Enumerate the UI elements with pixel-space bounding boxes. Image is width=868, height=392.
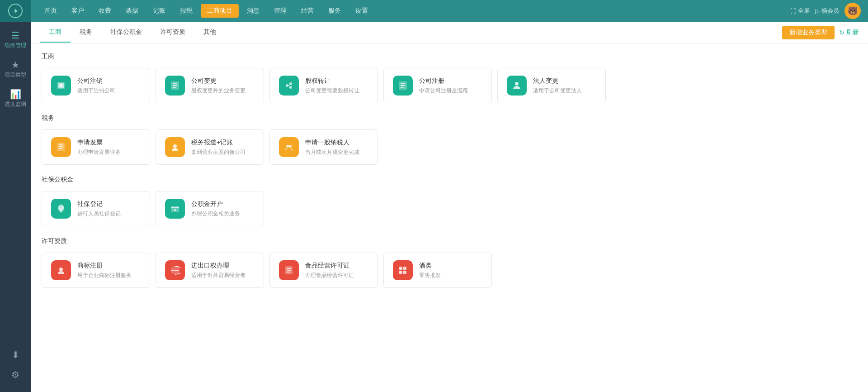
card-icon-import-export (165, 260, 185, 280)
card-desc-apply-general-taxpayer: 当月或次月成变更完成 (305, 148, 359, 156)
tab-gongshang[interactable]: 工商 (40, 23, 71, 43)
nav-item-经营[interactable]: 经营 (295, 4, 320, 18)
card-company-change[interactable]: 公司变更 股权变更外的业务变更 (156, 68, 264, 103)
card-desc-food-license: 办理食品经营许可证 (305, 272, 354, 279)
mascot-avatar: 🐻 (844, 3, 861, 19)
sidebar-item-progress-monitor[interactable]: 📊 进度监测 (0, 84, 31, 114)
card-icon-alcohol (393, 260, 413, 280)
nav-item-记账[interactable]: 记账 (146, 4, 172, 18)
card-desc-legal-change: 适用于公司变更法人 (533, 87, 582, 95)
svg-point-5 (515, 82, 519, 86)
tab-other[interactable]: 其他 (194, 23, 225, 43)
refresh-button[interactable]: ↻ 刷新 (839, 29, 859, 37)
refresh-label: 刷新 (846, 29, 859, 37)
card-icon-equity-transfer (279, 76, 299, 96)
card-company-cancel[interactable]: 公司注销 适用于注销公司 (42, 68, 150, 103)
card-food-license[interactable]: 食品经营许可证 办理食品经营许可证 (269, 253, 378, 288)
sidebar-item-label-project-management: 项目管理 (5, 42, 26, 49)
sidebar-item-download[interactable]: ⬇ (8, 345, 23, 365)
nav-item-设置[interactable]: 设置 (349, 4, 374, 18)
nav-item-管理[interactable]: 管理 (268, 4, 293, 18)
nav-item-票据[interactable]: 票据 (119, 4, 145, 18)
section-title-shebao: 社保公积金 (42, 176, 857, 184)
card-desc-company-register: 申请公司注册全流程 (419, 87, 468, 95)
card-apply-general-taxpayer[interactable]: 申请一般纳税人 当月或次月成变更完成 (269, 129, 378, 165)
nav-item-服务[interactable]: 服务 (322, 4, 347, 18)
card-desc-import-export: 适用于对外贸易经营者 (191, 272, 245, 279)
card-desc-alcohol: 零售批发 (419, 272, 441, 279)
nav-item-客户[interactable]: 客户 (65, 4, 90, 18)
card-text-company-change: 公司变更 股权变更外的业务变更 (191, 77, 245, 95)
card-title-company-register: 公司注册 (419, 77, 468, 85)
fullscreen-label: 全屏 (798, 7, 810, 15)
card-desc-trademark: 用于企业商标注册服务 (77, 272, 132, 279)
main-layout: ☰ 项目管理 ★ 项目类型 📊 进度监测 ⬇ ⚙ 工商 税务 社保公积金 许可资… (0, 22, 868, 392)
scroll-content: 工商 公司注销 适用于注销公司 (31, 43, 868, 392)
card-icon-company-cancel (51, 76, 71, 96)
cards-grid-shebao: 社保登记 进行人员社保登记 公积金开户 办理公积金相关业务 (42, 191, 857, 226)
nav-item-首页[interactable]: 首页 (38, 4, 63, 18)
card-text-food-license: 食品经营许可证 办理食品经营许可证 (305, 262, 354, 279)
svg-point-11 (174, 209, 176, 211)
sidebar-item-project-management[interactable]: ☰ 项目管理 (0, 25, 31, 55)
card-title-social-insurance: 社保登记 (77, 200, 121, 208)
sidebar-item-settings[interactable]: ⚙ (8, 365, 23, 385)
card-apply-invoice[interactable]: 申请发票 办理申请发票业务 (42, 129, 150, 165)
nav-item-报税[interactable]: 报税 (174, 4, 199, 18)
nav-item-工商项目[interactable]: 工商项目 (201, 4, 239, 18)
svg-point-1 (60, 84, 62, 87)
svg-point-9 (289, 145, 292, 148)
vip-button[interactable]: ▷ 畅会员 (815, 7, 839, 15)
nav-right: ⛶ 全屏 ▷ 畅会员 🐻 (790, 3, 868, 19)
card-import-export[interactable]: 进出口权办理 适用于对外贸易经营者 (156, 253, 264, 288)
project-management-icon: ☰ (11, 31, 19, 40)
tab-actions: 新增业务类型 ↻ 刷新 (782, 26, 859, 39)
section-xuke: 许可资质 商标注册 用于企业商标注册服务 (42, 237, 857, 288)
svg-rect-15 (399, 267, 402, 270)
card-company-register[interactable]: 公司注册 申请公司注册全流程 (383, 68, 492, 103)
section-gongshang: 工商 公司注销 适用于注销公司 (42, 53, 857, 103)
sidebar-item-project-type[interactable]: ★ 项目类型 (0, 55, 31, 84)
svg-rect-10 (171, 206, 179, 212)
refresh-icon: ↻ (839, 29, 844, 36)
card-provident-fund[interactable]: 公积金开户 办理公积金相关业务 (156, 191, 264, 226)
tab-xuke-zizhi[interactable]: 许可资质 (151, 23, 194, 43)
card-text-alcohol: 酒类 零售批发 (419, 262, 441, 279)
nav-item-消息[interactable]: 消息 (241, 4, 266, 18)
card-title-company-cancel: 公司注销 (77, 77, 115, 85)
tab-shebao-gongjijin[interactable]: 社保公积金 (101, 23, 151, 43)
card-text-apply-general-taxpayer: 申请一般纳税人 当月或次月成变更完成 (305, 139, 359, 156)
card-desc-apply-invoice: 办理申请发票业务 (77, 148, 121, 156)
card-legal-change[interactable]: 法人变更 适用于公司变更法人 (497, 68, 606, 103)
card-alcohol[interactable]: 酒类 零售批发 (383, 253, 492, 288)
card-social-insurance[interactable]: 社保登记 进行人员社保登记 (42, 191, 150, 226)
card-title-trademark: 商标注册 (77, 262, 132, 270)
card-text-import-export: 进出口权办理 适用于对外贸易经营者 (191, 262, 245, 279)
sidebar-bottom: ⬇ ⚙ (8, 345, 23, 392)
fullscreen-button[interactable]: ⛶ 全屏 (790, 7, 810, 15)
card-text-social-insurance: 社保登记 进行人员社保登记 (77, 200, 121, 218)
card-icon-company-change (165, 76, 185, 96)
card-title-legal-change: 法人变更 (533, 77, 582, 85)
card-icon-apply-general-taxpayer (279, 137, 299, 157)
section-shuiwu: 税务 申请发票 办理申请发票业务 (42, 114, 857, 165)
card-text-provident-fund: 公积金开户 办理公积金相关业务 (191, 200, 240, 218)
fullscreen-icon: ⛶ (790, 8, 796, 14)
card-equity-transfer[interactable]: 股权转让 公司变更需要股权转让 (269, 68, 378, 103)
card-text-trademark: 商标注册 用于企业商标注册服务 (77, 262, 132, 279)
card-title-company-change: 公司变更 (191, 77, 245, 85)
add-business-type-button[interactable]: 新增业务类型 (782, 26, 835, 39)
cards-grid-shuiwu: 申请发票 办理申请发票业务 税务报道+记账 拿到营业执照的新公司 (42, 129, 857, 165)
tab-shuiwu[interactable]: 税务 (71, 23, 101, 43)
progress-monitor-icon: 📊 (10, 90, 21, 99)
cards-grid-xuke: 商标注册 用于企业商标注册服务 进出口权办理 适用于对外贸易经营者 (42, 253, 857, 288)
card-title-provident-fund: 公积金开户 (191, 200, 240, 208)
svg-point-2 (286, 84, 288, 87)
nav-item-收费[interactable]: 收费 (92, 4, 118, 18)
card-title-equity-transfer: 股权转让 (305, 77, 359, 85)
card-tax-report[interactable]: 税务报道+记账 拿到营业执照的新公司 (156, 129, 264, 165)
download-icon: ⬇ (12, 350, 19, 359)
card-trademark[interactable]: 商标注册 用于企业商标注册服务 (42, 253, 150, 288)
vip-icon: ▷ (815, 8, 820, 14)
card-title-apply-general-taxpayer: 申请一般纳税人 (305, 139, 359, 147)
